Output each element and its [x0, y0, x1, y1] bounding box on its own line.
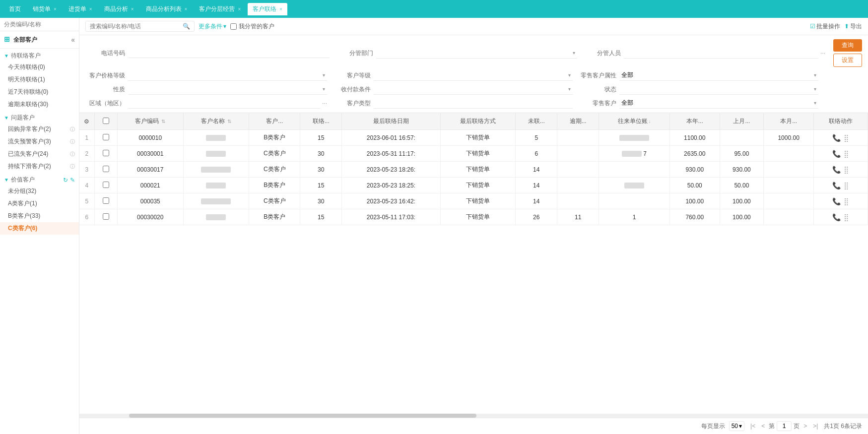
- table-row: 2 00030001 C类客户 30 2023-05-31 11:17: 下销货…: [79, 146, 868, 162]
- close-product-analysis-icon[interactable]: ×: [131, 6, 134, 12]
- info-icon-1[interactable]: ⓘ: [70, 126, 75, 133]
- nav-customer-layered[interactable]: 客户分层经营 ×: [194, 3, 246, 15]
- row-code-4: 000021: [117, 178, 183, 193]
- filter-manager: 分管人员 ···: [581, 48, 825, 59]
- close-product-analysis-list-icon[interactable]: ×: [185, 6, 188, 12]
- last-page-button[interactable]: >|: [811, 422, 820, 431]
- filter-customer-level-select[interactable]: ▾: [374, 70, 573, 81]
- query-button[interactable]: 查询: [833, 39, 862, 52]
- sidebar-search-input[interactable]: [4, 21, 78, 28]
- contact-action-icon-6[interactable]: 📞: [832, 213, 841, 221]
- my-customers-checkbox[interactable]: [230, 23, 237, 30]
- row-this-month-1: 1000.00: [764, 130, 814, 146]
- chevron-status-icon: ▾: [814, 86, 816, 92]
- close-purchase-order-icon[interactable]: ×: [89, 6, 92, 12]
- next-page-button[interactable]: >: [801, 422, 809, 431]
- edit-value-icon[interactable]: ✎: [70, 177, 75, 184]
- sidebar-item-declining[interactable]: 持续下滑客户(2) ⓘ: [0, 160, 79, 173]
- first-page-button[interactable]: |<: [748, 422, 757, 431]
- sidebar-item-churned[interactable]: 已流失客户(24) ⓘ: [0, 148, 79, 160]
- set-button[interactable]: 设置: [833, 54, 862, 67]
- filter-payment-select[interactable]: ▾: [374, 84, 573, 95]
- close-customer-layered-icon[interactable]: ×: [238, 6, 241, 12]
- sidebar-item-b-class[interactable]: B类客户(33): [0, 210, 79, 222]
- table-row: 4 000021 B类客户 15 2023-05-23 18:25: 下销货单 …: [79, 178, 868, 193]
- contact-action-icon-3[interactable]: 📞: [832, 166, 841, 174]
- filter-retail-attr-select[interactable]: 全部 ▾: [619, 70, 818, 81]
- row-name-1: [183, 130, 249, 146]
- sort-unit-balance-icon[interactable]: ↓: [649, 119, 651, 124]
- filter-status-select[interactable]: ▾: [619, 84, 818, 95]
- main-search-icon[interactable]: 🔍: [183, 23, 190, 30]
- row-last-date-2: 2023-05-31 11:17:: [342, 146, 440, 162]
- nav-customer-contact[interactable]: 客户联络 ×: [248, 3, 287, 15]
- sidebar-item-tomorrow-pending[interactable]: 明天待联络(1): [0, 73, 79, 86]
- nav-purchase-order[interactable]: 进货单 ×: [64, 3, 97, 15]
- filter-phone-input[interactable]: [128, 49, 330, 58]
- row-contact-2: 30: [300, 146, 342, 162]
- filter-manager-select[interactable]: [624, 48, 818, 59]
- sidebar-item-churn-warning[interactable]: 流失预警客户(3) ⓘ: [0, 135, 79, 148]
- prev-page-button[interactable]: <: [759, 422, 767, 431]
- info-icon-4[interactable]: ⓘ: [70, 163, 75, 170]
- table-row: 5 000035 C类客户 30 2023-05-23 16:42: 下销货单 …: [79, 193, 868, 209]
- info-icon-2[interactable]: ⓘ: [70, 138, 75, 145]
- more-action-icon-2[interactable]: ⣿: [844, 150, 849, 158]
- nav-home[interactable]: 首页: [4, 3, 26, 15]
- sidebar-item-overdue-pending[interactable]: 逾期未联络(30): [0, 98, 79, 111]
- contact-action-icon-5[interactable]: 📞: [832, 197, 841, 205]
- sidebar-item-week-pending[interactable]: 近7天待联络(0): [0, 86, 79, 98]
- sidebar-item-ungrouped[interactable]: 未分组(32): [0, 185, 79, 197]
- sidebar-item-a-class[interactable]: A类客户(1): [0, 197, 79, 210]
- main-search-input[interactable]: [90, 23, 181, 30]
- filter-row-4: 区域（地区） ··· 客户类型 零售客户 全部 ▾: [85, 98, 862, 109]
- more-action-icon-5[interactable]: ⣿: [844, 197, 849, 205]
- sort-code-icon[interactable]: ⇅: [161, 119, 165, 124]
- filter-region-select[interactable]: [128, 98, 320, 109]
- more-action-icon-1[interactable]: ⣿: [844, 134, 849, 142]
- row-last-month-2: 95.00: [720, 146, 764, 162]
- filter-manager-dots[interactable]: ···: [820, 50, 825, 57]
- more-conditions-button[interactable]: 更多条件 ▾: [199, 22, 226, 31]
- more-action-icon-3[interactable]: ⣿: [844, 166, 849, 174]
- sidebar-item-repurchase-anomaly[interactable]: 回购异常客户(2) ⓘ: [0, 123, 79, 135]
- th-name: 客户名称 ⇅: [183, 113, 249, 130]
- filter-dept-select[interactable]: ▾: [376, 48, 578, 59]
- more-action-icon-4[interactable]: ⣿: [844, 182, 849, 189]
- close-sales-order-icon[interactable]: ×: [54, 6, 57, 12]
- row-last-month-6: 100.00: [720, 209, 764, 225]
- th-last-contact-date: 最后联络日期: [342, 113, 440, 130]
- filter-region-dots[interactable]: ···: [322, 100, 327, 107]
- nav-sales-order[interactable]: 销货单 ×: [28, 3, 62, 15]
- sidebar-all-customers[interactable]: ⊞ 全部客户 «: [0, 31, 79, 49]
- more-action-icon-6[interactable]: ⣿: [844, 213, 849, 221]
- collapse-sidebar-icon[interactable]: «: [71, 36, 75, 44]
- th-gear[interactable]: ⚙: [79, 113, 94, 130]
- contact-action-icon-2[interactable]: 📞: [832, 150, 841, 158]
- filter-customer-type-select[interactable]: [374, 98, 573, 109]
- horizontal-scrollbar[interactable]: [79, 414, 868, 418]
- filter-price-level-select[interactable]: ▾: [128, 70, 327, 81]
- filter-retail-customer-select[interactable]: 全部 ▾: [619, 98, 818, 109]
- sort-name-icon[interactable]: ⇅: [227, 119, 231, 124]
- info-icon-3[interactable]: ⓘ: [70, 151, 75, 158]
- refresh-value-icon[interactable]: ↻: [63, 177, 68, 184]
- scrollbar-thumb[interactable]: [129, 414, 476, 418]
- page-nav: |< < 第 页 > >|: [748, 421, 820, 431]
- filter-nature-select[interactable]: ▾: [128, 84, 327, 95]
- export-button[interactable]: ⬆ 导出: [844, 22, 862, 31]
- nav-product-analysis[interactable]: 商品分析 ×: [99, 3, 139, 15]
- row-code-2: 00030001: [117, 146, 183, 162]
- sidebar-item-today-pending[interactable]: 今天待联络(0): [0, 61, 79, 73]
- filter-nature: 性质 ▾: [85, 84, 327, 95]
- contact-action-icon-1[interactable]: 📞: [832, 134, 841, 142]
- close-customer-contact-icon[interactable]: ×: [279, 6, 282, 12]
- contact-action-icon-4[interactable]: 📞: [832, 182, 841, 189]
- page-number-input[interactable]: [777, 421, 792, 431]
- page-size-select[interactable]: 50 ▾: [729, 421, 744, 431]
- batch-op-button[interactable]: ☑ 批量操作: [810, 22, 840, 31]
- select-all-checkbox[interactable]: [103, 118, 109, 124]
- filter-status: 状态 ▾: [577, 84, 818, 95]
- sidebar-item-c-class[interactable]: C类客户(6): [0, 222, 79, 235]
- nav-product-analysis-list[interactable]: 商品分析列表 ×: [141, 3, 193, 15]
